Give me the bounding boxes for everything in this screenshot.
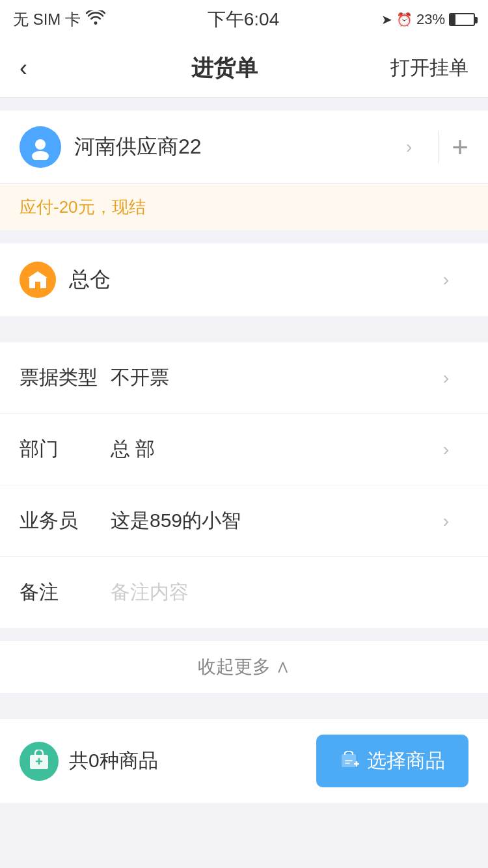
open-pending-button[interactable]: 打开挂单 [390, 55, 468, 81]
notice-text: 应付-20元，现结 [20, 197, 146, 217]
warehouse-section: 总仓 › [0, 243, 488, 316]
bottom-bar: 共0种商品 选择商品 [0, 719, 488, 803]
divider-vertical [438, 131, 439, 163]
status-bar: 无 SIM 卡 下午6:04 ➤ ⏰ 23% [0, 0, 488, 39]
product-count-text: 共0种商品 [69, 748, 158, 774]
warehouse-icon [20, 262, 56, 298]
remark-row[interactable]: 备注 备注内容 [0, 557, 488, 628]
svg-point-1 [32, 151, 49, 160]
battery-text: 23% [416, 11, 445, 28]
battery-icon [449, 13, 475, 26]
status-left: 无 SIM 卡 [13, 9, 105, 30]
form-section: 票据类型 不开票 › 部门 总 部 › 业务员 这是859的小智 › 备注 备注… [0, 342, 488, 628]
product-icon [20, 742, 59, 781]
collapse-bar[interactable]: 收起更多 ∧ [0, 641, 488, 693]
status-right: ➤ ⏰ 23% [381, 11, 475, 28]
department-label: 部门 [20, 436, 98, 463]
remark-input[interactable]: 备注内容 [98, 579, 468, 606]
invoice-label: 票据类型 [20, 364, 98, 391]
supplier-avatar [20, 126, 61, 168]
page-background [0, 803, 488, 868]
department-value: 总 部 [98, 436, 443, 463]
section-gap-2 [0, 230, 488, 243]
alarm-icon: ⏰ [396, 12, 413, 27]
supplier-row[interactable]: 河南供应商22 › + [0, 111, 488, 184]
warehouse-chevron-icon: › [443, 269, 449, 290]
invoice-chevron-icon: › [443, 368, 449, 388]
page-title: 进货单 [191, 53, 258, 83]
supplier-chevron-icon: › [406, 137, 412, 157]
salesman-row[interactable]: 业务员 这是859的小智 › [0, 485, 488, 557]
supplier-section: 河南供应商22 › + 应付-20元，现结 [0, 111, 488, 230]
status-time: 下午6:04 [208, 7, 280, 32]
department-row[interactable]: 部门 总 部 › [0, 414, 488, 485]
svg-marker-3 [28, 271, 47, 278]
back-button[interactable]: ‹ [20, 55, 59, 82]
warehouse-name: 总仓 [69, 265, 443, 294]
invoice-row[interactable]: 票据类型 不开票 › [0, 342, 488, 414]
section-gap-3 [0, 316, 488, 329]
remark-label: 备注 [20, 579, 98, 606]
svg-rect-4 [35, 282, 40, 288]
collapse-label: 收起更多 ∧ [198, 655, 291, 679]
warehouse-row[interactable]: 总仓 › [0, 243, 488, 316]
section-gap-4 [0, 693, 488, 706]
salesman-chevron-icon: › [443, 511, 449, 532]
salesman-label: 业务员 [20, 508, 98, 534]
product-count-wrap: 共0种商品 [20, 742, 158, 781]
svg-point-0 [35, 139, 46, 150]
add-supplier-button[interactable]: + [452, 133, 468, 161]
select-product-label: 选择商品 [367, 748, 445, 774]
invoice-value: 不开票 [98, 364, 443, 391]
carrier-text: 无 SIM 卡 [13, 9, 81, 30]
salesman-value: 这是859的小智 [98, 508, 443, 534]
wifi-icon [86, 10, 105, 29]
notice-bar: 应付-20元，现结 [0, 184, 488, 230]
select-product-button[interactable]: 选择商品 [316, 735, 468, 787]
location-icon: ➤ [381, 12, 392, 27]
supplier-name: 河南供应商22 [74, 133, 406, 161]
nav-bar: ‹ 进货单 打开挂单 [0, 39, 488, 98]
section-gap-1 [0, 98, 488, 111]
department-chevron-icon: › [443, 439, 449, 460]
